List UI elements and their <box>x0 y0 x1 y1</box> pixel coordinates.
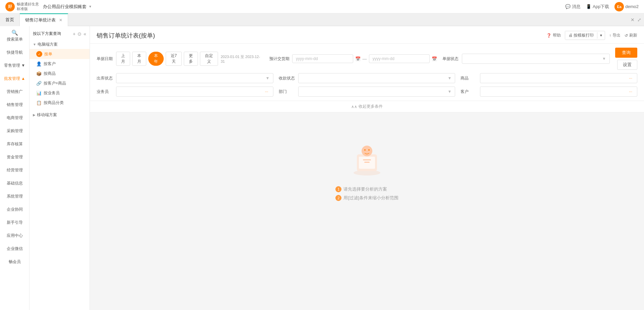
date-btn-last-7-days[interactable]: 近7天 <box>166 52 182 66</box>
scheme-item-by-product[interactable]: 📦 按商品 <box>30 69 90 79</box>
tip-num-1: 1 <box>335 186 341 192</box>
sidebar-item-purchase[interactable]: 采购管理 <box>0 124 29 137</box>
scheme-by-customer-label: 按客户 <box>44 61 56 67</box>
date-filter-section: 单据日期 上月 本月 本年 近7天 更多 自定义 2023-01-01 至 20… <box>97 52 264 66</box>
customer-select[interactable]: ··· <box>480 87 637 97</box>
date-btn-this-year[interactable]: 本年 <box>148 52 164 66</box>
refresh-button[interactable]: ↺ 刷新 <box>625 33 637 38</box>
sidebar-item-enterprise-wechat[interactable]: 企业微信 <box>0 242 29 255</box>
scheme-item-by-salesperson[interactable]: 📊 按业务员 <box>30 88 90 98</box>
delivery-date-start-input[interactable] <box>292 54 353 63</box>
tip-text-2: 用[过滤]条件来缩小分析范围 <box>343 195 398 201</box>
date-btn-last-month[interactable]: 上月 <box>116 52 130 66</box>
scheme-section-mobile-header[interactable]: ▶ 移动端方案 <box>30 110 90 119</box>
calendar-end-icon[interactable]: 📅 <box>432 56 437 61</box>
salesperson-label: 业务员 <box>97 89 113 95</box>
sidebar-item-appcenter[interactable]: 应用中心 <box>0 229 29 242</box>
maximize-icon[interactable]: ⤢ <box>637 17 641 22</box>
sidebar-item-member[interactable]: 畅会员 <box>0 255 29 268</box>
delivery-date-end-input[interactable] <box>369 54 430 63</box>
empty-state: 1 请先选择要分析的方案 2 用[过滤]条件来缩小分析范围 <box>90 112 644 228</box>
scheme-edit-icon[interactable]: ⊙ <box>77 31 82 37</box>
logo-text: 畅捷通好生意 标准版 <box>17 2 39 11</box>
scheme-by-product-category-label: 按商品分类 <box>44 100 64 106</box>
payment-status-select[interactable]: ▼ <box>298 73 455 83</box>
department-label: 部门 <box>279 89 296 95</box>
calendar-start-icon[interactable]: 📅 <box>355 56 361 61</box>
search-icon: 🔍 <box>0 30 29 36</box>
scheme-panel: 按以下方案查询 + ⊙ « ▼ 电脑端方案 ✓ 按单 👤 <box>30 26 90 310</box>
scheme-by-customer-product-label: 按客户+商品 <box>44 81 66 86</box>
section-expand-icon: ▼ <box>33 43 36 46</box>
delivery-status-section: 出库状态 ▼ <box>97 73 273 83</box>
salesperson-more-icon[interactable]: ··· <box>264 89 270 94</box>
section-pc-label: 电脑端方案 <box>38 42 58 47</box>
print-template-button[interactable]: 🖨 按模板打印 ▼ <box>565 31 605 40</box>
scheme-item-by-customer-product[interactable]: 🔗 按客户+商品 <box>30 79 90 88</box>
print-main-label[interactable]: 🖨 按模板打印 <box>565 31 597 40</box>
payment-status-label: 收款状态 <box>279 75 296 81</box>
logo-icon: 好 <box>5 2 15 11</box>
messages-button[interactable]: 💬 消息 <box>565 4 581 10</box>
empty-tips: 1 请先选择要分析的方案 2 用[过滤]条件来缩小分析范围 <box>335 186 398 201</box>
top-bar-right: 💬 消息 📱 App下载 Ea demo2 <box>565 2 639 11</box>
empty-tip-1: 1 请先选择要分析的方案 <box>335 186 398 192</box>
user-menu[interactable]: Ea demo2 <box>614 2 639 11</box>
salesperson-select-wrap: ··· <box>116 87 273 97</box>
product-more-icon[interactable]: ··· <box>628 76 634 81</box>
print-dropdown-icon[interactable]: ▼ <box>597 32 605 39</box>
scheme-panel-header: 按以下方案查询 + ⊙ « <box>30 29 90 39</box>
customer-more-icon[interactable]: ··· <box>628 89 634 94</box>
scheme-collapse-icon[interactable]: « <box>84 31 86 37</box>
sidebar-item-enterprise-collab[interactable]: 企业协同 <box>0 203 29 216</box>
department-select-wrap: ▼ <box>298 87 455 97</box>
sidebar-item-finance[interactable]: 资金管理 <box>0 150 29 163</box>
status-select[interactable]: ▼ <box>462 54 610 64</box>
sidebar-item-newuser[interactable]: 新手引导 <box>0 216 29 229</box>
minimize-icon[interactable]: ✕ <box>631 17 635 22</box>
product-section: 商品 ··· <box>461 73 637 83</box>
sidebar-item-quick-nav[interactable]: 快捷导航 <box>0 46 29 59</box>
close-tab-icon[interactable]: ✕ <box>59 18 62 22</box>
scheme-by-order-label: 按单 <box>44 51 52 57</box>
settings-button[interactable]: 设置 <box>617 60 637 70</box>
payment-status-select-wrap: ▼ <box>298 73 455 83</box>
sidebar-item-wholesale[interactable]: 批发管理 ▲ <box>0 72 29 85</box>
app-download-button[interactable]: 📱 App下载 <box>586 4 609 10</box>
tab-home[interactable]: 首页 <box>0 13 20 26</box>
collapse-icon: ∧∧ <box>351 104 357 109</box>
scheme-item-by-product-category[interactable]: 📋 按商品分类 <box>30 98 90 108</box>
scheme-add-icon[interactable]: + <box>73 31 75 37</box>
help-button[interactable]: ❓ 帮助 <box>546 33 561 38</box>
sidebar-item-system[interactable]: 系统管理 <box>0 190 29 203</box>
empty-tip-2: 2 用[过滤]条件来缩小分析范围 <box>335 195 398 201</box>
scheme-item-by-customer[interactable]: 👤 按客户 <box>30 59 90 69</box>
sidebar-item-search[interactable]: 🔍 搜索菜单 <box>0 26 29 46</box>
sidebar-item-inventory[interactable]: 库存核算 <box>0 137 29 150</box>
sidebar-item-sales[interactable]: 销售管理 <box>0 98 29 111</box>
date-btn-custom[interactable]: 自定义 <box>200 52 218 66</box>
sidebar-item-marketing[interactable]: 营销推广 <box>0 85 29 98</box>
message-icon: 💬 <box>565 4 571 9</box>
delivery-status-select[interactable]: ▼ <box>116 73 273 83</box>
collapse-bar[interactable]: ∧∧ 收起更多条件 <box>90 101 644 112</box>
sidebar-item-retail[interactable]: 零售管理 ▼ <box>0 59 29 72</box>
salesperson-select[interactable]: ··· <box>116 87 273 97</box>
breadcrumb[interactable]: 办公用品行业模拟账套 ▼ <box>43 4 92 10</box>
product-label: 商品 <box>461 75 477 81</box>
date-btn-this-month[interactable]: 本月 <box>132 52 146 66</box>
sidebar-search-label: 搜索菜单 <box>0 37 29 42</box>
department-select[interactable]: ▼ <box>298 87 455 97</box>
product-select[interactable]: ··· <box>480 73 637 83</box>
scheme-section-pc-header[interactable]: ▼ 电脑端方案 <box>30 40 90 49</box>
query-button[interactable]: 查询 <box>615 48 637 58</box>
delivery-date-input-group: 📅 — 📅 <box>292 54 437 63</box>
tab-sales-order-stats[interactable]: 销售订单统计表 ✕ <box>20 13 68 26</box>
sidebar-item-operations[interactable]: 经营管理 <box>0 163 29 176</box>
export-button[interactable]: ↑ 导出 <box>609 33 621 38</box>
scheme-item-by-order[interactable]: ✓ 按单 <box>30 49 90 59</box>
sidebar-item-basic-info[interactable]: 基础信息 <box>0 176 29 190</box>
sidebar-item-ecommerce[interactable]: 电商管理 <box>0 111 29 124</box>
date-btn-more[interactable]: 更多 <box>184 52 198 66</box>
product-category-icon: 📋 <box>36 100 42 105</box>
